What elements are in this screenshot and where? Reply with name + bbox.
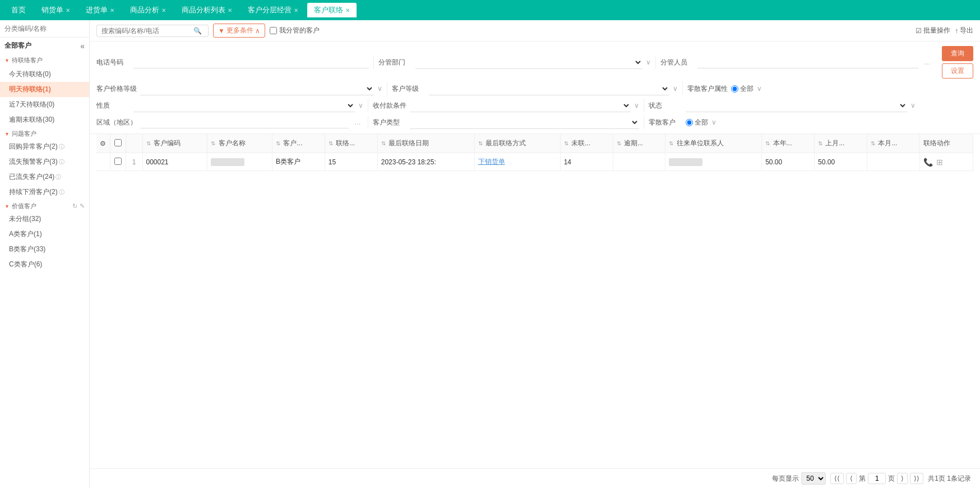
info-icon-3: ⓘ — [56, 173, 61, 181]
nav-tab-product-analysis-list[interactable]: 商品分析列表 ✕ — [175, 3, 239, 17]
my-customers-checkbox[interactable] — [270, 27, 277, 34]
filter-row-2: 客户价格等级 ∨ 客户等级 ∨ 零散客户属性 全部 — [96, 82, 973, 95]
page-size-select[interactable]: 50 — [801, 472, 826, 485]
sidebar-group-value[interactable]: ▼ 价值客户 ↻ ✎ — [0, 200, 89, 211]
sidebar-search-input[interactable] — [4, 25, 89, 33]
close-customer-contact-icon[interactable]: ✕ — [345, 7, 350, 13]
sidebar-item-tomorrow-contact[interactable]: 明天待联络(1) — [0, 82, 89, 97]
value-refresh-icon[interactable]: ↻ — [72, 202, 77, 210]
filter-retail-attr: 零散客户属性 全部 ∨ — [687, 84, 973, 94]
filter-nature: 性质 ∨ — [96, 99, 363, 112]
page-number-input[interactable] — [868, 473, 886, 484]
first-page-btn[interactable]: ⟨⟨ — [830, 473, 844, 484]
retail-attr-all[interactable]: 全部 — [731, 84, 754, 94]
person-more-icon[interactable]: … — [922, 58, 933, 66]
my-customers-checkbox-wrap: 我分管的客户 — [270, 26, 320, 35]
region-more-icon[interactable]: … — [352, 118, 363, 126]
phone-action-icon[interactable]: 📞 — [923, 158, 933, 167]
sidebar-item-class-a[interactable]: A类客户(1) — [0, 227, 89, 242]
col-contact: 联络... — [325, 134, 377, 153]
action-icons-wrap: 📞 ⊞ — [923, 158, 969, 167]
sidebar-item-churn-warning[interactable]: 流失预警客户(3)ⓘ — [0, 154, 89, 169]
region-input[interactable] — [140, 117, 349, 128]
all-customers-title[interactable]: 全部客户 « — [0, 38, 89, 54]
nav-tab-customer-contact[interactable]: 客户联络 ✕ — [307, 3, 357, 17]
row-select-checkbox[interactable] — [114, 158, 122, 165]
info-icon-1: ⓘ — [59, 143, 64, 151]
info-icon-2: ⓘ — [59, 158, 64, 166]
col-customer-code: 客户编码 — [142, 134, 207, 153]
row-this-year: 50.00 — [762, 153, 815, 171]
prev-page-btn[interactable]: ⟨ — [846, 473, 857, 484]
filter-person: 分管人员 … — [660, 57, 933, 68]
contact-method-link[interactable]: 下销货单 — [478, 158, 505, 165]
top-navigation: 首页 销货单 ✕ 进货单 ✕ 商品分析 ✕ 商品分析列表 ✕ 客户分层经营 ✕ … — [0, 0, 980, 20]
close-customer-tier-icon[interactable]: ✕ — [294, 7, 298, 13]
export-btn[interactable]: ↑ 导出 — [955, 26, 973, 35]
sidebar-item-class-b[interactable]: B类客户(33) — [0, 242, 89, 257]
dept-chevron-icon: ∨ — [646, 58, 651, 66]
close-product-analysis-icon[interactable]: ✕ — [161, 7, 166, 13]
right-actions: ☑ 批量操作 ↑ 导出 — [916, 26, 973, 35]
col-contact-action: 联络动作 — [919, 134, 973, 153]
price-grade-select[interactable] — [140, 82, 374, 95]
status-chevron-icon: ∨ — [910, 102, 916, 109]
sidebar-item-churned[interactable]: 已流失客户(24)ⓘ — [0, 169, 89, 185]
checkbox-icon: ☑ — [916, 27, 922, 35]
sidebar-item-ungrouped[interactable]: 未分组(32) — [0, 211, 89, 227]
customer-type-select[interactable] — [410, 116, 640, 129]
sidebar-item-today-contact[interactable]: 今天待联络(0) — [0, 67, 89, 82]
col-this-year: 本年... — [762, 134, 815, 153]
triangle-icon-value: ▼ — [4, 204, 10, 209]
retail-customer-all[interactable]: 全部 — [686, 118, 708, 127]
sidebar-item-repurchase-abnormal[interactable]: 回购异常客户(2)ⓘ — [0, 139, 89, 154]
query-button[interactable]: 查询 — [942, 46, 973, 61]
person-input[interactable] — [697, 57, 918, 68]
col-unit-contact: 往来单位联系人 — [665, 134, 762, 153]
table-header: ⚙ 客户编码 客户名称 客户... — [96, 134, 973, 153]
table-row: 1 000021 B类客户 15 2023-05-23 18:25: 下销货单 … — [96, 153, 973, 171]
settings-button[interactable]: 设置 — [942, 63, 973, 79]
customer-grade-select[interactable] — [429, 82, 669, 95]
phone-input[interactable] — [133, 57, 369, 68]
main-search-icon[interactable]: 🔍 — [193, 27, 202, 35]
close-purchase-order-icon[interactable]: ✕ — [110, 7, 114, 13]
nav-home[interactable]: 首页 — [4, 3, 33, 17]
nature-select[interactable] — [133, 99, 355, 112]
filter-icon: ▼ — [218, 27, 225, 35]
nav-tab-sales-order[interactable]: 销货单 ✕ — [35, 3, 77, 17]
sidebar-item-class-c[interactable]: C类客户(6) — [0, 257, 89, 272]
value-edit-icon[interactable]: ✎ — [80, 202, 85, 210]
sidebar-collapse-icon[interactable]: « — [80, 42, 85, 50]
sidebar-group-pending-contact[interactable]: ▼ 待联络客户 — [0, 54, 89, 67]
dept-select[interactable] — [415, 56, 642, 69]
retail-attr-chevron-icon: ∨ — [757, 85, 762, 93]
col-customer-name: 客户名称 — [207, 134, 272, 153]
nav-tab-customer-tier[interactable]: 客户分层经营 ✕ — [241, 3, 305, 17]
more-conditions-btn[interactable]: ▼ 更多条件 ∧ — [213, 24, 265, 38]
next-page-btn[interactable]: ⟩ — [897, 473, 908, 484]
main-search-input[interactable] — [101, 27, 191, 35]
close-product-analysis-list-icon[interactable]: ✕ — [228, 7, 232, 13]
filter-region: 区域（地区） … — [96, 117, 363, 128]
batch-op-btn[interactable]: ☑ 批量操作 — [916, 26, 950, 35]
sidebar-group-problem[interactable]: ▼ 问题客户 — [0, 127, 89, 139]
col-num — [126, 134, 142, 153]
sidebar-item-declining[interactable]: 持续下滑客户(2)ⓘ — [0, 185, 89, 200]
nav-tab-purchase-order[interactable]: 进货单 ✕ — [79, 3, 121, 17]
grid-action-icon[interactable]: ⊞ — [936, 158, 943, 167]
status-select[interactable] — [686, 99, 907, 112]
nav-tab-product-analysis[interactable]: 商品分析 ✕ — [123, 3, 173, 17]
nature-chevron-icon: ∨ — [358, 102, 363, 109]
payment-select[interactable] — [410, 99, 631, 112]
gear-icon[interactable]: ⚙ — [100, 140, 106, 148]
last-page-btn[interactable]: ⟩⟩ — [910, 473, 923, 484]
sidebar-item-7days-contact[interactable]: 近7天待联络(0) — [0, 97, 89, 112]
sidebar-item-overdue-contact[interactable]: 逾期未联络(30) — [0, 112, 89, 127]
row-checkbox — [110, 153, 126, 171]
close-sales-order-icon[interactable]: ✕ — [66, 7, 70, 13]
filter-row-4: 区域（地区） … 客户类型 零散客户 全部 — [96, 116, 973, 129]
row-last-contact-date: 2023-05-23 18:25: — [377, 153, 474, 171]
row-customer-name — [207, 153, 272, 171]
select-all-checkbox[interactable] — [114, 139, 122, 146]
